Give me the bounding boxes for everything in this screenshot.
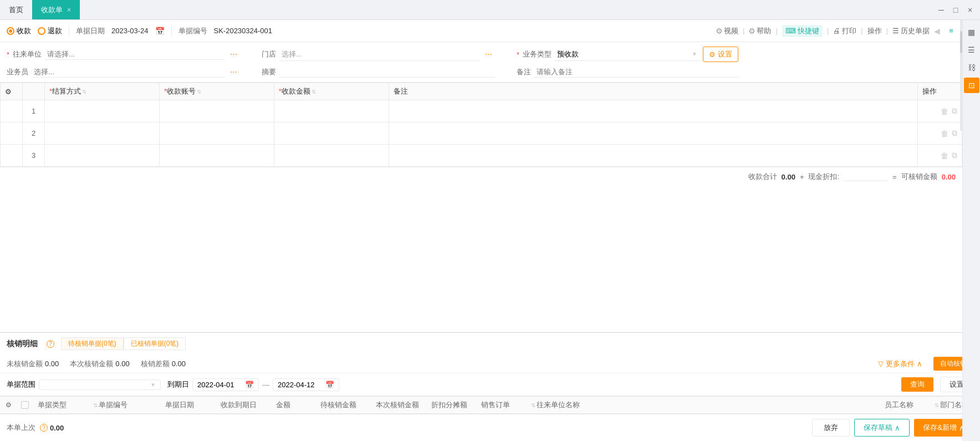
biz-select[interactable]: 预收款 ▼ — [555, 48, 700, 61]
biz-label: 业务类型 — [523, 49, 552, 59]
row-account[interactable] — [159, 100, 274, 122]
settings-button[interactable]: ⚙ 设置 — [703, 47, 738, 62]
chevron-up-icon: ∧ — [917, 360, 922, 368]
bth-amount-label: 金额 — [276, 400, 290, 410]
row-settlement[interactable] — [45, 122, 160, 145]
discard-btn[interactable]: 放弃 — [812, 419, 850, 437]
tab-home[interactable]: 首页 — [0, 0, 32, 19]
list-view-icon[interactable]: ≡ — [945, 26, 958, 36]
form-toolbar: 收款 退款 单据日期 2023-03-24 📅 单据编号 SK-20230324… — [0, 20, 980, 42]
last-label: 本单上次 — [7, 423, 35, 433]
scrollbar[interactable] — [960, 20, 962, 131]
footer-buttons: 放弃 保存草稿 ∧ 保存&新增 ∧ — [812, 419, 973, 437]
bth-sort-icon: ⇅ — [93, 402, 98, 408]
help-label: 帮助 — [757, 26, 771, 36]
counterpart-input[interactable] — [45, 49, 224, 60]
print-btn[interactable]: 🖨 打印 — [833, 26, 856, 36]
shortcut-btn[interactable]: ⌨ 快捷键 — [782, 25, 823, 37]
radio-shoukuan-label: 收款 — [17, 26, 31, 36]
sidebar-camera-icon[interactable]: ⊡ — [964, 78, 979, 93]
row-amount[interactable] — [274, 145, 389, 167]
scroll-thumb[interactable] — [960, 31, 962, 53]
nav-prev-icon[interactable]: ◀ — [934, 27, 940, 35]
row-copy-icon[interactable]: ⧉ — [952, 129, 957, 138]
minimize-btn[interactable]: ─ — [936, 4, 947, 16]
abstract-input[interactable] — [279, 66, 494, 78]
tab-active[interactable]: 收款单 × — [32, 0, 80, 19]
biz-arrow-icon: ▼ — [692, 51, 697, 57]
bottom-table-header: ⚙ 单据类型 ⇅ 单据编号 单据日期 收款到期日 金额 待核销金额 — [0, 396, 980, 414]
col-settings[interactable]: ⚙ — [1, 83, 23, 100]
radio-shoukuan[interactable]: 收款 — [7, 26, 31, 36]
tab-pending[interactable]: 待核销单据(0笔) — [61, 337, 124, 350]
row-copy-icon[interactable]: ⧉ — [952, 151, 957, 160]
footer-info: 本单上次 ? 0.00 — [7, 423, 64, 433]
bth-settings-cell[interactable]: ⚙ — [0, 401, 17, 409]
section-title: 核销明细 — [7, 339, 38, 349]
biz-value: 预收款 — [557, 49, 579, 59]
bth-checkbox-cell[interactable] — [17, 401, 33, 409]
row-account[interactable] — [159, 145, 274, 167]
actions-btn[interactable]: 操作 — [867, 26, 882, 36]
col-num — [23, 83, 45, 100]
bth-employee: 员工名称 — [880, 400, 930, 410]
radio-tuikuan-label: 退款 — [48, 26, 62, 36]
save-draft-btn[interactable]: 保存草稿 ∧ — [854, 419, 910, 437]
discount-input[interactable] — [844, 172, 888, 181]
number-value: SK-20230324-001 — [214, 27, 273, 35]
diff-value: 0.00 — [172, 360, 186, 368]
tab-done[interactable]: 已核销单据(0笔) — [124, 337, 186, 350]
counterpart-required: * — [7, 50, 9, 59]
store-more-btn[interactable]: ··· — [483, 49, 494, 59]
row-amount[interactable] — [274, 122, 389, 145]
row-delete-icon[interactable]: 🗑 — [941, 107, 948, 116]
row-remark[interactable] — [389, 100, 917, 122]
row-settings-cell — [1, 122, 23, 145]
sidebar-doc-icon[interactable]: ☰ — [964, 42, 979, 58]
bth-current: 本次核销金额 — [371, 400, 427, 410]
range-select[interactable]: ▼ — [39, 380, 161, 390]
row-account[interactable] — [159, 122, 274, 145]
history-btn[interactable]: ☰ 历史单据 — [892, 26, 930, 36]
select-all-checkbox[interactable] — [21, 401, 29, 409]
video-btn[interactable]: ⊙ 视频 — [716, 26, 738, 36]
maximize-btn[interactable]: □ — [950, 4, 961, 16]
salesperson-more-btn[interactable]: ··· — [228, 67, 239, 77]
bth-pending-label: 待核销金额 — [320, 400, 356, 410]
row-remark[interactable] — [389, 145, 917, 167]
col-settlement: *结算方式⇅ — [45, 83, 160, 100]
remark-input[interactable] — [534, 66, 738, 78]
bth-partner: ⇅ 往来单位名称 — [527, 400, 880, 410]
query-btn[interactable]: 查询 — [901, 377, 933, 392]
section-tabs: 待核销单据(0笔) 已核销单据(0笔) — [61, 337, 186, 350]
row-remark[interactable] — [389, 122, 917, 145]
row-settlement[interactable] — [45, 100, 160, 122]
calendar-icon[interactable]: 📅 — [155, 27, 165, 35]
salesperson-field: 业务员 ··· — [7, 66, 239, 78]
salesperson-input[interactable] — [32, 66, 224, 78]
sidebar-table-icon[interactable]: ▦ — [964, 24, 979, 40]
payment-table: ⚙ *结算方式⇅ *收款账号⇅ *收款金额⇅ 备注 操作 — [0, 83, 962, 167]
radio-tuikuan[interactable]: 退款 — [38, 26, 62, 36]
row-copy-icon[interactable]: ⧉ — [952, 106, 957, 116]
store-select[interactable]: 选择... — [279, 48, 479, 61]
date-from-input[interactable]: 2022-04-01 📅 — [192, 378, 259, 391]
row-delete-icon[interactable]: 🗑 — [941, 151, 948, 160]
bth-current-label: 本次核销金额 — [376, 400, 419, 410]
row-num: 1 — [23, 100, 45, 122]
row-delete-icon[interactable]: 🗑 — [941, 129, 948, 138]
close-btn[interactable]: × — [964, 4, 976, 16]
sidebar-link-icon[interactable]: ⛓ — [964, 60, 979, 75]
row-settlement[interactable] — [45, 145, 160, 167]
help-btn[interactable]: ⊙ 帮助 — [749, 26, 771, 36]
date-to-input[interactable]: 2022-04-12 📅 — [273, 378, 339, 391]
bth-type: 单据类型 — [33, 400, 89, 410]
more-conditions-btn[interactable]: ▽ 更多条件 ∧ — [878, 359, 922, 369]
bth-date: 单据日期 — [161, 400, 216, 410]
counterpart-more-btn[interactable]: ··· — [228, 49, 239, 59]
row-amount[interactable] — [274, 100, 389, 122]
footer-info-icon[interactable]: ? — [40, 424, 48, 432]
section-info-icon[interactable]: ? — [47, 340, 54, 348]
tab-close-icon[interactable]: × — [67, 6, 71, 14]
divider-1 — [69, 25, 69, 37]
